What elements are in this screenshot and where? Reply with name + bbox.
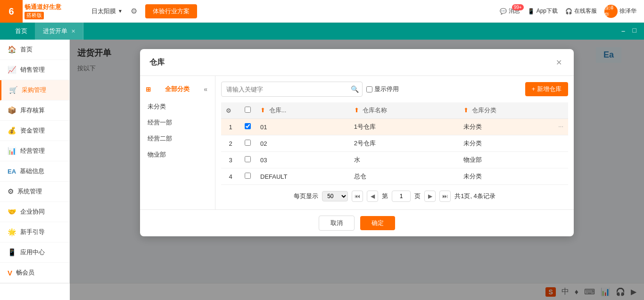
user-profile[interactable]: 徐泽华 徐泽华 <box>604 5 636 18</box>
trial-button[interactable]: 体验行业方案 <box>145 4 197 18</box>
sidebar-item-guide[interactable]: 🌟 新手引导 <box>0 222 69 242</box>
collapse-icon[interactable]: « <box>202 83 209 95</box>
modal-header: 仓库 ✕ <box>140 49 574 76</box>
app-icon: 📱 <box>8 248 17 257</box>
modal-body: ⊞ 全部分类 « 未分类 经营一部 经营二部 物业部 <box>140 76 574 209</box>
row-checkbox[interactable] <box>245 173 251 179</box>
sort-code-icon[interactable]: ⬆ <box>260 107 265 114</box>
sidebar: 🏠 首页 📈 销售管理 🛒 采购管理 📦 库存核算 💰 资金管理 📊 经营管理 … <box>0 40 70 300</box>
all-category-label: 全部分类 <box>165 85 190 93</box>
row-checkbox[interactable] <box>245 123 251 129</box>
row-name: 2号仓库 <box>349 135 459 152</box>
confirm-button[interactable]: 确定 <box>360 216 395 230</box>
messages-badge: 99+ <box>512 4 524 10</box>
inventory-icon: 📦 <box>8 106 17 115</box>
sidebar-item-vip[interactable]: V 畅会员 <box>0 263 69 283</box>
basic-info-icon: EA <box>8 168 16 175</box>
per-page-label: 每页显示 <box>294 192 318 200</box>
row-checkbox[interactable] <box>245 156 251 162</box>
sidebar-item-purchase[interactable]: 🛒 采购管理 <box>0 80 69 100</box>
modal-footer: 取消 确定 <box>140 209 574 236</box>
guide-icon: 🌟 <box>8 228 17 236</box>
minimize-icon[interactable]: － <box>619 26 627 36</box>
sidebar-item-enterprise[interactable]: 🤝 企业协同 <box>0 202 69 222</box>
sort-category-icon[interactable]: ⬆ <box>463 107 469 114</box>
category-item-unclassified[interactable]: 未分类 <box>140 99 215 115</box>
table-row: 4 DEFAULT 总仓 未分类 <box>221 168 568 185</box>
finance-icon: 💰 <box>8 126 17 135</box>
row-name: 1号仓库 <box>349 119 459 135</box>
subnav-home[interactable]: 首页 <box>8 23 35 40</box>
cancel-button[interactable]: 取消 <box>319 216 355 231</box>
row-num: 4 <box>221 168 240 185</box>
sidebar-item-app-center[interactable]: 📱 应用中心 <box>0 242 69 263</box>
table-panel: 🔍 显示停用 + 新增仓库 <box>215 76 574 209</box>
headset-icon: 🎧 <box>565 8 572 15</box>
row-name: 总仓 <box>349 168 459 185</box>
row-checkbox[interactable] <box>245 140 251 146</box>
home-icon: 🏠 <box>8 45 17 54</box>
enterprise-icon: 🤝 <box>8 208 17 216</box>
message-icon: 💬 <box>500 8 507 15</box>
subnav-purchase[interactable]: 进货开单 ✕ <box>35 23 83 40</box>
first-page-btn[interactable]: ⏮ <box>352 191 363 202</box>
modal-title: 仓库 <box>149 58 165 67</box>
col-category: ⬆ 仓库分类 <box>459 102 568 119</box>
row-code: 01 <box>256 119 349 135</box>
content-area: 进货开单 按以下 仓库 ✕ ⊞ 全部分类 « <box>70 40 644 300</box>
online-service-item[interactable]: 🎧 在线客服 <box>565 7 597 15</box>
sidebar-item-finance[interactable]: 💰 资金管理 <box>0 121 69 141</box>
select-all-checkbox[interactable] <box>245 107 251 113</box>
close-tab-icon[interactable]: ✕ <box>71 28 75 34</box>
settings-icon[interactable]: ⚙ <box>226 107 231 114</box>
table-row: 1 01 1号仓库 未分类 ··· <box>221 119 568 135</box>
show-disabled-checkbox[interactable] <box>366 86 372 92</box>
phone-icon: 📱 <box>528 8 535 15</box>
show-disabled-label[interactable]: 显示停用 <box>366 85 399 93</box>
pagination: 每页显示 50 100 200 ⏮ ◀ 第 页 ▶ <box>221 185 568 204</box>
top-header: 6 畅通道好生意 搭桥版 日太阳膜 ▼ ⚙ 体验行业方案 💬 消息 99+ 📱 … <box>0 0 644 23</box>
sidebar-item-system[interactable]: ⚙ 系统管理 <box>0 182 69 202</box>
messages-item[interactable]: 💬 消息 99+ <box>500 7 520 15</box>
row-code: DEFAULT <box>256 168 349 185</box>
category-item-property[interactable]: 物业部 <box>140 147 215 163</box>
all-category-icon: ⊞ <box>146 86 151 93</box>
row-actions[interactable]: ··· <box>558 123 563 130</box>
page-label: 第 <box>382 192 388 200</box>
operations-icon: 📊 <box>8 147 17 155</box>
category-item-dept2[interactable]: 经营二部 <box>140 131 215 147</box>
modal-overlay: 仓库 ✕ ⊞ 全部分类 « 未分类 经营一部 经营二部 <box>70 40 644 300</box>
row-category: 未分类 <box>459 135 568 152</box>
row-num: 1 <box>221 119 240 135</box>
row-checkbox-cell <box>240 152 256 168</box>
next-page-btn[interactable]: ▶ <box>424 191 436 202</box>
gear-icon: ⚙ <box>131 7 137 16</box>
sort-name-icon[interactable]: ⬆ <box>354 107 359 114</box>
prev-page-btn[interactable]: ◀ <box>367 191 378 202</box>
page-input[interactable] <box>392 191 411 202</box>
total-info: 共1页, 4条记录 <box>454 192 495 200</box>
app-download-item[interactable]: 📱 App下载 <box>528 7 558 15</box>
row-category: 物业部 <box>459 152 568 168</box>
brand-text: 畅通道好生意 搭桥版 <box>25 3 61 19</box>
row-checkbox-cell <box>240 135 256 152</box>
category-item-dept1[interactable]: 经营一部 <box>140 115 215 131</box>
gear-button[interactable]: ⚙ <box>126 4 141 19</box>
col-checkbox <box>240 102 256 119</box>
new-warehouse-button[interactable]: + 新增仓库 <box>525 82 568 96</box>
last-page-btn[interactable]: ⏭ <box>439 191 451 202</box>
table-row: 2 02 2号仓库 未分类 <box>221 135 568 152</box>
restore-icon[interactable]: □ <box>633 26 636 36</box>
modal-close-button[interactable]: ✕ <box>553 57 564 68</box>
sidebar-item-inventory[interactable]: 📦 库存核算 <box>0 100 69 121</box>
per-page-select[interactable]: 50 100 200 <box>322 191 348 201</box>
sidebar-item-sales[interactable]: 📈 销售管理 <box>0 60 69 80</box>
sidebar-item-home[interactable]: 🏠 首页 <box>0 40 69 60</box>
table-row: 3 03 水 物业部 <box>221 152 568 168</box>
store-selector[interactable]: 日太阳膜 ▼ <box>88 5 126 17</box>
system-icon: ⚙ <box>8 187 14 196</box>
sidebar-item-operations[interactable]: 📊 经营管理 <box>0 141 69 161</box>
sidebar-item-basic-info[interactable]: EA 基础信息 <box>0 161 69 182</box>
sales-icon: 📈 <box>8 66 17 74</box>
search-input[interactable] <box>221 82 363 97</box>
